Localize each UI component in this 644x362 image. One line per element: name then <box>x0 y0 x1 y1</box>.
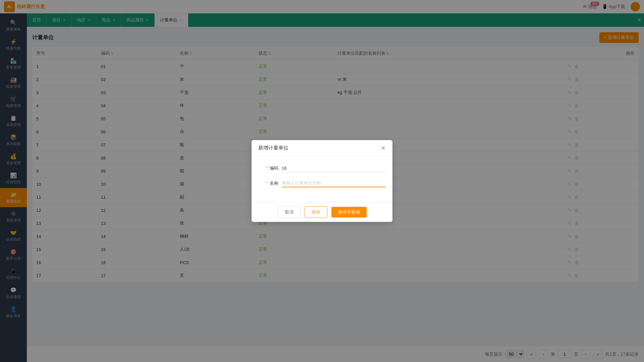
modal-header: 新增计量单位 ✕ <box>252 140 392 156</box>
modal-title: 新增计量单位 <box>258 145 288 151</box>
add-unit-modal: 新增计量单位 ✕ * 编码 * 名称 取消 保存 保存并新增 <box>252 140 392 222</box>
form-row-name: * 名称 <box>258 179 386 187</box>
save-and-new-button[interactable]: 保存并新增 <box>331 207 367 218</box>
save-button[interactable]: 保存 <box>305 206 327 218</box>
cancel-button[interactable]: 取消 <box>278 206 301 218</box>
modal-close-button[interactable]: ✕ <box>381 145 386 151</box>
required-marker: * <box>266 166 268 171</box>
code-input[interactable] <box>282 164 386 172</box>
required-marker-name: * <box>266 181 268 186</box>
code-label: * 编码 <box>258 165 278 171</box>
name-input[interactable] <box>282 179 386 187</box>
modal-overlay: 新增计量单位 ✕ * 编码 * 名称 取消 保存 保存并新增 <box>0 0 644 362</box>
modal-footer: 取消 保存 保存并新增 <box>252 202 392 222</box>
form-row-code: * 编码 <box>258 164 386 172</box>
modal-body: * 编码 * 名称 <box>252 156 392 202</box>
name-label: * 名称 <box>258 180 278 186</box>
